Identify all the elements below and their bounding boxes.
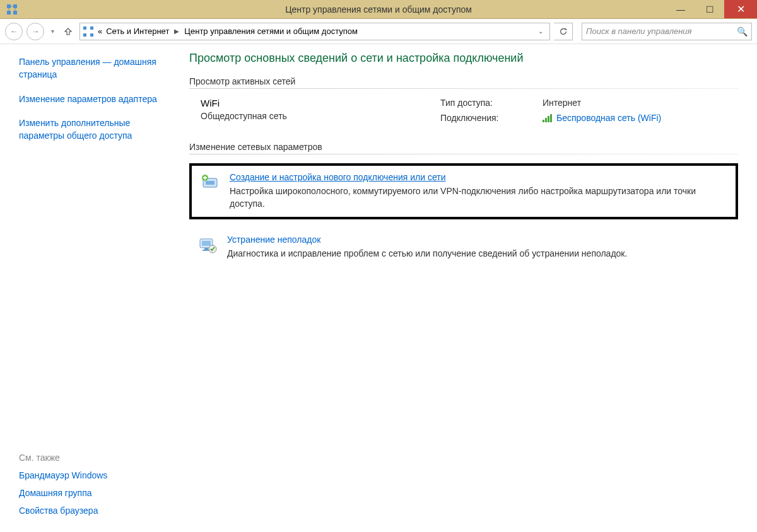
svg-rect-9: [83, 33, 86, 37]
toolbar: ← → ▾ « Сеть и Интернет ▶ Центр управлен…: [0, 19, 757, 44]
search-icon[interactable]: 🔍: [737, 26, 748, 37]
troubleshoot-title[interactable]: Устранение неполадок: [227, 234, 627, 245]
see-also-title: См. также: [19, 453, 169, 463]
main-content: Просмотр основных сведений о сети и наст…: [183, 44, 757, 532]
breadcrumb-prefix: «: [98, 26, 102, 36]
change-settings-heading: Изменение сетевых параметров: [189, 142, 738, 154]
svg-rect-15: [202, 241, 211, 246]
svg-rect-8: [90, 26, 93, 30]
refresh-button[interactable]: [554, 23, 573, 40]
troubleshoot-icon: [197, 234, 218, 256]
sidebar-homegroup-link[interactable]: Домашняя группа: [19, 488, 169, 498]
svg-rect-12: [206, 181, 214, 185]
search-placeholder: Поиск в панели управления: [586, 26, 737, 36]
svg-rect-0: [7, 4, 11, 8]
app-icon: [5, 3, 19, 16]
close-button[interactable]: ✕: [724, 0, 757, 18]
connections-label: Подключения:: [440, 113, 535, 123]
active-network-block: WiFi Общедоступная сеть Тип доступа: Инт…: [201, 98, 738, 123]
network-category: Общедоступная сеть: [201, 111, 440, 121]
svg-rect-10: [90, 33, 93, 37]
address-dropdown-icon[interactable]: ⌄: [534, 28, 547, 35]
sidebar-firewall-link[interactable]: Брандмауэр Windows: [19, 470, 169, 480]
up-button[interactable]: [61, 24, 76, 39]
new-connection-desc: Настройка широкополосного, коммутируемог…: [230, 185, 728, 211]
sidebar-browser-link[interactable]: Свойства браузера: [19, 506, 169, 516]
maximize-button[interactable]: ☐: [695, 0, 724, 18]
breadcrumb-network[interactable]: Сеть и Интернет: [106, 26, 169, 36]
svg-rect-3: [13, 11, 17, 14]
svg-rect-16: [204, 248, 208, 250]
page-title: Просмотр основных сведений о сети и наст…: [189, 52, 738, 65]
new-connection-title[interactable]: Создание и настройка нового подключения …: [230, 172, 728, 182]
active-networks-heading: Просмотр активных сетей: [189, 76, 738, 89]
sidebar: Панель управления — домашняя страница Из…: [0, 44, 183, 532]
access-type-label: Тип доступа:: [440, 98, 535, 108]
window-controls: — ☐ ✕: [666, 0, 757, 18]
troubleshoot-desc: Диагностика и исправление проблем с сеть…: [227, 247, 627, 260]
see-also-section: См. также Брандмауэр Windows Домашняя гр…: [19, 453, 169, 523]
connection-link[interactable]: Беспроводная сеть (WiFi): [556, 113, 661, 123]
sidebar-adapter-link[interactable]: Изменение параметров адаптера: [19, 93, 169, 105]
titlebar: Центр управления сетями и общим доступом…: [0, 0, 757, 19]
wifi-signal-icon: [543, 113, 554, 122]
search-input[interactable]: Поиск в панели управления 🔍: [582, 23, 752, 40]
location-icon: [83, 26, 94, 37]
new-connection-option[interactable]: Создание и настройка нового подключения …: [189, 163, 738, 219]
sidebar-home-link[interactable]: Панель управления — домашняя страница: [19, 55, 169, 81]
network-name: WiFi: [201, 98, 440, 108]
window-title: Центр управления сетями и общим доступом: [0, 4, 757, 14]
access-type-value: Интернет: [543, 98, 661, 108]
new-connection-icon: [199, 172, 221, 194]
troubleshoot-option[interactable]: Устранение неполадок Диагностика и испра…: [189, 228, 738, 266]
back-button[interactable]: ←: [5, 23, 23, 40]
history-dropdown-icon[interactable]: ▾: [48, 28, 57, 35]
minimize-button[interactable]: —: [666, 0, 695, 18]
address-bar[interactable]: « Сеть и Интернет ▶ Центр управления сет…: [79, 23, 550, 40]
chevron-right-icon[interactable]: ▶: [173, 28, 180, 35]
svg-rect-1: [13, 4, 17, 8]
svg-rect-2: [7, 11, 11, 14]
breadcrumb-current[interactable]: Центр управления сетями и общим доступом: [184, 26, 358, 36]
sidebar-sharing-link[interactable]: Изменить дополнительные параметры общего…: [19, 117, 169, 142]
forward-button[interactable]: →: [26, 23, 44, 40]
svg-rect-7: [83, 26, 86, 30]
